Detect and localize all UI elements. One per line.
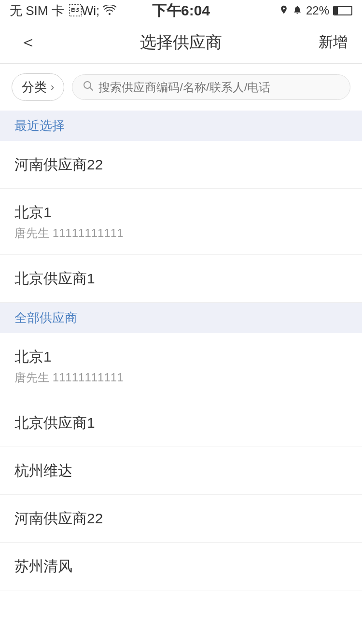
- all-section-header: 全部供应商: [0, 303, 362, 333]
- recent-section-label: 最近选择: [14, 118, 65, 133]
- list-item[interactable]: 河南供应商22: [0, 141, 362, 189]
- list-item[interactable]: 北京1唐先生 11111111111: [0, 333, 362, 399]
- status-right: 22%: [279, 4, 352, 17]
- battery-text: 22%: [306, 4, 329, 17]
- category-label: 分类: [22, 79, 47, 96]
- list-item[interactable]: 苏州清风: [0, 543, 362, 590]
- battery-icon: [333, 6, 352, 15]
- recent-section-header: 最近选择: [0, 111, 362, 141]
- status-left: 无 SIM 卡 Wi;: [10, 2, 116, 19]
- item-name: 河南供应商22: [14, 508, 348, 529]
- location-icon: [279, 4, 289, 17]
- sim-text: 无 SIM 卡: [10, 2, 64, 19]
- item-sub: 唐先生 11111111111: [14, 225, 348, 241]
- nav-bar: ＜ 选择供应商 新增: [0, 21, 362, 64]
- search-input[interactable]: [98, 81, 340, 94]
- category-filter[interactable]: 分类 ›: [12, 73, 64, 101]
- wifi-icon: Wi;: [69, 3, 117, 18]
- list-item[interactable]: 杭州维达: [0, 447, 362, 495]
- back-button[interactable]: ＜: [14, 26, 42, 59]
- item-name: 北京1: [14, 202, 348, 223]
- item-name: 北京1: [14, 347, 348, 367]
- item-sub: 唐先生 11111111111: [14, 370, 348, 385]
- list-item[interactable]: 北京供应商1: [0, 399, 362, 447]
- item-name: 河南供应商22: [14, 154, 348, 175]
- status-time: 下午6:04: [152, 1, 210, 21]
- item-name: 北京供应商1: [14, 413, 348, 433]
- filter-bar: 分类 ›: [0, 64, 362, 111]
- svg-line-1: [90, 88, 93, 91]
- list-item[interactable]: 北京供应商1: [0, 255, 362, 303]
- list-item[interactable]: 河南供应商22: [0, 495, 362, 543]
- item-name: 北京供应商1: [14, 268, 348, 289]
- item-name: 杭州维达: [14, 461, 348, 481]
- page-title: 选择供应商: [140, 31, 222, 54]
- alarm-icon: [292, 4, 302, 17]
- list-item[interactable]: 北京1唐先生 11111111111: [0, 189, 362, 255]
- search-box[interactable]: [72, 74, 350, 100]
- all-section-label: 全部供应商: [14, 310, 77, 325]
- recent-list: 河南供应商22北京1唐先生 11111111111北京供应商1: [0, 141, 362, 303]
- status-bar: 无 SIM 卡 Wi; 下午6:04 22%: [0, 0, 362, 21]
- chevron-right-icon: ›: [51, 81, 54, 94]
- add-button[interactable]: 新增: [319, 32, 348, 52]
- search-icon: [82, 80, 94, 95]
- item-name: 苏州清风: [14, 556, 348, 576]
- all-list: 北京1唐先生 11111111111北京供应商1杭州维达河南供应商22苏州清风: [0, 333, 362, 590]
